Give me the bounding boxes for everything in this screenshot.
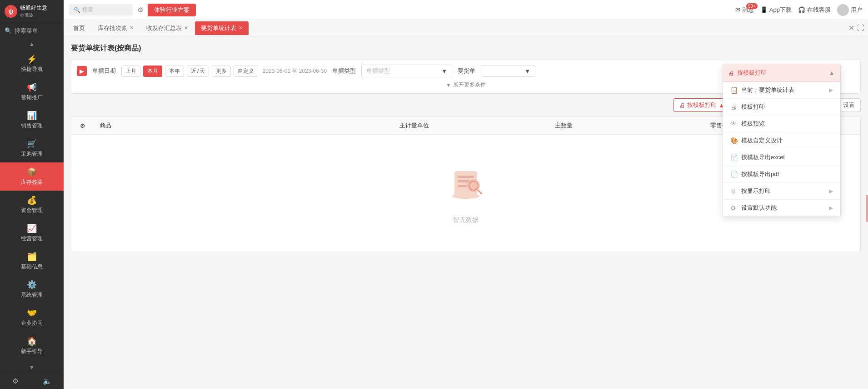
date-btn-custom[interactable]: 自定义	[234, 66, 258, 77]
svg-line-7	[478, 190, 482, 194]
dropdown-item-template-preview[interactable]: 👁 模板预览	[723, 116, 840, 132]
dropdown-title-label: 按模板打印	[737, 69, 767, 77]
set-default-icon: ⚙	[730, 204, 738, 212]
finance-icon: 💰	[27, 195, 37, 205]
template-design-icon: 🎨	[730, 137, 738, 144]
template-excel-label: 按模板导出excel	[741, 153, 784, 162]
order-type-label: 单据类型	[332, 67, 356, 75]
sidebar-item-label: 库存核算	[21, 178, 43, 186]
tab-inventory-batch-close[interactable]: ✕	[130, 25, 134, 31]
template-print-icon: 🖨	[730, 103, 738, 111]
current-template-icon: 📋	[730, 86, 738, 94]
th-settings[interactable]: ⚙	[71, 122, 94, 129]
user-avatar-item[interactable]: 用户	[837, 4, 863, 16]
marketing-icon: 📢	[27, 82, 37, 92]
template-pdf-icon: 📄	[730, 171, 738, 178]
page-content: 要货单统计表(按商品) ▶ 单据日期 上月 本月 本年 近7天 更多 自定义 2…	[64, 36, 868, 389]
date-btn-more[interactable]: 更多	[212, 66, 231, 77]
sidebar-item-sales[interactable]: 📊 销售管理	[0, 106, 64, 134]
tabs-bar: 首页 库存批次账 ✕ 收发存汇总表 ✕ 要货单统计表 ✕ ✕ ⛶	[64, 20, 868, 36]
dropdown-display-print[interactable]: 🖥 按显示打印 ▶	[723, 183, 840, 200]
select-chevron2-icon: ▼	[524, 68, 530, 75]
dropdown-set-default[interactable]: ⚙ 设置默认功能 ▶	[723, 200, 840, 217]
quick-nav-icon: ⚡	[27, 54, 37, 64]
date-group: 上月 本月 本年 近7天 更多 自定义 2023-06-01 至 2023-06…	[121, 66, 327, 77]
sidebar-item-marketing[interactable]: 📢 营销推广	[0, 78, 64, 106]
dropdown-item-template-excel[interactable]: 📄 按模板导出excel	[723, 149, 840, 166]
sidebar-search-label: 搜索菜单	[15, 27, 38, 35]
sidebar: ψ 畅通好生意 标准版 🔍 搜索菜单 ▲ ⚡ 快捷导航 📢 营销推广 📊 销售管…	[0, 0, 64, 389]
sales-icon: 📊	[27, 111, 37, 121]
tab-receipt-summary[interactable]: 收发存汇总表 ✕	[140, 21, 194, 35]
system-icon: ⚙️	[27, 280, 37, 290]
sidebar-item-quick-nav[interactable]: ⚡ 快捷导航	[0, 50, 64, 78]
tab-order-stats[interactable]: 要货单统计表 ✕	[195, 21, 249, 35]
dropdown-item-template-pdf[interactable]: 📄 按模板导出pdf	[723, 166, 840, 183]
date-btn-prev-month[interactable]: 上月	[121, 66, 140, 77]
download-icon: 📱	[760, 6, 768, 13]
sidebar-item-label: 采购管理	[21, 150, 43, 158]
date-filter-label: 单据日期	[92, 67, 116, 75]
sound-bottom-icon[interactable]: 🔈	[43, 377, 52, 385]
set-default-chevron-icon: ▶	[829, 205, 833, 211]
svg-rect-4	[458, 185, 467, 187]
tab-order-stats-label: 要货单统计表	[201, 24, 236, 32]
dropdown-item-template-print[interactable]: 🖨 模板打印	[723, 99, 840, 116]
expand-more-label: 展开更多条件	[453, 81, 486, 89]
sidebar-nav: ⚡ 快捷导航 📢 营销推广 📊 销售管理 🛒 采购管理 📦 库存核算 💰 资金管…	[0, 50, 64, 362]
message-item[interactable]: ✉ 消息 99+	[735, 6, 754, 14]
service-icon: 🎧	[798, 6, 805, 13]
online-service-item[interactable]: 🎧 在线客服	[798, 6, 831, 14]
sidebar-scroll-up[interactable]: ▲	[0, 39, 64, 50]
date-btn-this-month[interactable]: 本月	[143, 66, 162, 77]
tab-maximize-button[interactable]: ⛶	[857, 24, 864, 32]
th-goods: 商品	[94, 121, 394, 130]
expand-more-icon: ▼	[446, 82, 451, 88]
date-btn-7days[interactable]: 近7天	[187, 66, 209, 77]
template-excel-icon: 📄	[730, 154, 738, 161]
tab-inventory-batch[interactable]: 库存批次账 ✕	[92, 21, 140, 35]
dropdown-header: 🖨 按模板打印 ▲	[723, 64, 840, 82]
search-icon: 🔍	[5, 27, 12, 34]
sidebar-item-apps[interactable]: 📱 应用中心	[0, 360, 64, 362]
logo-icon: ψ	[5, 5, 17, 18]
th-unit: 主计量单位	[394, 121, 549, 130]
sidebar-scroll-down[interactable]: ▼	[0, 362, 64, 373]
sidebar-item-finance[interactable]: 💰 资金管理	[0, 191, 64, 219]
filter-expand-icon[interactable]: ▶	[77, 66, 87, 76]
sidebar-item-inventory[interactable]: 📦 库存核算	[0, 162, 64, 191]
order-type-select[interactable]: 单据类型 ▼	[361, 65, 452, 77]
template-preview-label: 模板预览	[741, 120, 765, 128]
tab-order-stats-close[interactable]: ✕	[239, 25, 243, 31]
order-goods-select[interactable]: ▼	[481, 66, 535, 77]
app-download-item[interactable]: 📱 App下载	[760, 6, 792, 14]
tabs-actions: ✕ ⛶	[848, 24, 864, 32]
scroll-indicator[interactable]	[866, 195, 868, 222]
dropdown-close-icon[interactable]: ▲	[828, 69, 835, 76]
sidebar-item-base[interactable]: 🗂️ 基础信息	[0, 247, 64, 275]
sidebar-item-label: 经营管理	[21, 235, 43, 242]
sidebar-item-collab[interactable]: 🤝 企业协同	[0, 303, 64, 332]
date-range-display: 2023-06-01 至 2023-06-30	[263, 67, 327, 75]
sidebar-item-label: 企业协同	[21, 319, 43, 327]
th-quantity: 主数量	[549, 121, 705, 130]
tab-receipt-summary-close[interactable]: ✕	[184, 25, 188, 31]
sidebar-item-guide[interactable]: 🏠 新手引导	[0, 332, 64, 360]
tab-home[interactable]: 首页	[67, 21, 91, 35]
topbar-gear-icon[interactable]: ⚙	[137, 6, 143, 14]
sidebar-item-system[interactable]: ⚙️ 系统管理	[0, 275, 64, 303]
settings-bottom-icon[interactable]: ⚙	[12, 377, 19, 385]
sidebar-item-purchase[interactable]: 🛒 采购管理	[0, 134, 64, 162]
base-icon: 🗂️	[27, 252, 37, 262]
topbar-search[interactable]: 🔍 搜索	[69, 4, 133, 15]
dropdown-item-template-design[interactable]: 🎨 模板自定义设计	[723, 132, 840, 149]
current-template-label: 当前：要货单统计表	[741, 86, 794, 94]
trial-button[interactable]: 体验行业方案	[148, 4, 196, 16]
user-avatar	[837, 4, 849, 16]
print-template-button[interactable]: 🖨 按模板打印 ▲	[673, 98, 730, 112]
tab-close-button[interactable]: ✕	[848, 24, 854, 32]
dropdown-current-template[interactable]: 📋 当前：要货单统计表 ▶	[723, 82, 840, 99]
sidebar-search[interactable]: 🔍 搜索菜单	[0, 23, 64, 39]
date-btn-this-year[interactable]: 本年	[165, 66, 184, 77]
sidebar-item-operation[interactable]: 📈 经营管理	[0, 219, 64, 247]
